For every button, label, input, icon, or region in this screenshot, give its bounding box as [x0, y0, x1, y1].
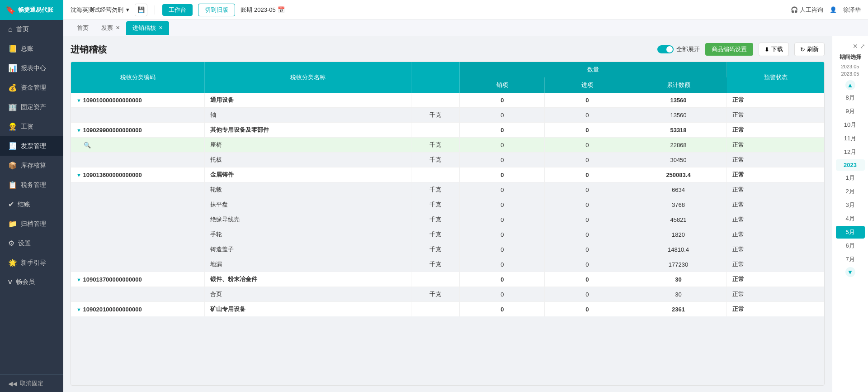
table-row[interactable]: ▼ 109029900000000000 其他专用设备及零部件 0 0 5331… [71, 123, 824, 138]
month-10[interactable]: 10月 [836, 119, 865, 131]
table-row[interactable]: 抹平盘 千克 0 0 3768 正常 [71, 197, 824, 212]
cell-unit: 千克 [411, 227, 459, 242]
product-code-button[interactable]: 商品编码设置 [705, 43, 753, 56]
sidebar-unpin-label: 取消固定 [20, 379, 43, 387]
month-1[interactable]: 1月 [836, 172, 865, 184]
table-row[interactable]: ▼ 109010000000000000 通用设备 0 0 13560 正常 [71, 93, 824, 108]
sidebar-item-inventory[interactable]: 📦 库存核算 [0, 156, 63, 175]
period-up-button[interactable]: ▲ [845, 80, 855, 90]
table-row[interactable]: 🔍 座椅 千克 0 0 22868 正常 [71, 138, 824, 153]
sidebar-item-member[interactable]: V 畅会员 [0, 272, 63, 292]
tab-reconcile-close[interactable]: ✕ [159, 25, 163, 31]
month-3[interactable]: 3月 [836, 199, 865, 211]
sidebar-item-invoice-mgmt[interactable]: 🧾 发票管理 [0, 136, 63, 156]
cell-warning: 正常 [727, 257, 824, 272]
pin-icon: ◀◀ [8, 380, 17, 387]
expand-toggle[interactable]: 全部展开 [657, 45, 700, 53]
download-icon: ⬇ [764, 46, 769, 53]
switch-button[interactable]: 切到旧版 [198, 4, 235, 16]
sidebar-item-assets[interactable]: 🏢 固定资产 [0, 97, 63, 117]
toggle-label: 全部展开 [676, 45, 700, 53]
cell-unit: 千克 [411, 108, 459, 123]
sidebar-item-reports[interactable]: 📊 报表中心 [0, 58, 63, 78]
tab-invoice[interactable]: 发票 ✕ [95, 21, 126, 35]
right-panel: ✕ ⤢ 期间选择 2023.05 2023.05 ▲ 8月 9月 10月 11月… [832, 36, 868, 392]
panel-close-button[interactable]: ✕ [853, 43, 858, 50]
cell-sales: 0 [460, 302, 545, 317]
cell-warning: 正常 [727, 138, 824, 153]
guide-icon: 🌟 [8, 258, 17, 267]
table-row[interactable]: 托板 千克 0 0 30450 正常 [71, 153, 824, 167]
table-row[interactable]: ▼ 109013700000000000 锻件、粉末冶金件 0 0 30 正常 [71, 272, 824, 287]
table-row[interactable]: 绝缘导线壳 千克 0 0 45821 正常 [71, 212, 824, 227]
cell-code [71, 153, 205, 167]
toggle-switch[interactable] [657, 45, 674, 53]
month-11[interactable]: 11月 [836, 132, 865, 145]
sidebar-item-settle[interactable]: ✔ 结账 [0, 195, 63, 214]
table-row[interactable]: 铸造盖子 千克 0 0 14810.4 正常 [71, 242, 824, 257]
cell-name: 抹平盘 [205, 197, 411, 212]
sidebar-item-ledger[interactable]: 📒 总账 [0, 39, 63, 58]
logo-text: 畅捷通易代账 [18, 6, 53, 14]
refresh-button[interactable]: ↻ 刷新 [794, 43, 825, 56]
inventory-icon: 📦 [8, 161, 17, 170]
table-row[interactable]: 轮毂 千克 0 0 6634 正常 [71, 182, 824, 197]
table-row[interactable]: ▼ 109013600000000000 金属铸件 0 0 250083.4 正… [71, 167, 824, 182]
sidebar-item-funds[interactable]: 💰 资金管理 [0, 78, 63, 97]
table-row[interactable]: ▼ 109020100000000000 矿山专用设备 0 0 2361 正常 [71, 302, 824, 317]
cell-total: 1820 [630, 227, 727, 242]
support-button[interactable]: 🎧 人工咨询 [791, 6, 823, 14]
sidebar-item-tax[interactable]: 📋 税务管理 [0, 175, 63, 195]
month-9[interactable]: 9月 [836, 105, 865, 118]
sidebar-label-tax: 税务管理 [21, 181, 46, 189]
cell-code: ▼ 109013600000000000 [71, 167, 205, 182]
table-row[interactable]: 合页 千克 0 0 30 正常 [71, 287, 824, 302]
month-12[interactable]: 12月 [836, 146, 865, 158]
cell-name: 座椅 [205, 138, 411, 153]
month-5[interactable]: 5月 [836, 226, 865, 239]
save-draft-button[interactable]: 💾 [135, 4, 147, 16]
cell-code [71, 108, 205, 123]
cell-sales: 0 [460, 167, 545, 182]
workbench-button[interactable]: 工作台 [162, 4, 193, 16]
sidebar-label-guide: 新手引导 [21, 259, 46, 267]
tab-reconcile[interactable]: 进销稽核 ✕ [126, 21, 169, 35]
cell-warning: 正常 [727, 182, 824, 197]
table-row[interactable]: 地漏 千克 0 0 177230 正常 [71, 257, 824, 272]
search-icon-cell[interactable]: 🔍 [84, 142, 91, 148]
cell-name: 手轮 [205, 227, 411, 242]
year-2023: 2023 [836, 159, 865, 171]
cell-code: ▼ 109020100000000000 [71, 302, 205, 317]
sidebar-unpin[interactable]: ◀◀ 取消固定 [0, 374, 63, 392]
company-name: 沈海英测试经营勿删 [71, 6, 123, 14]
sidebar: 🔖 畅捷通易代账 ⌂ 首页 📒 总账 📊 报表中心 💰 资金管理 🏢 固定资产 … [0, 0, 63, 392]
download-button[interactable]: ⬇ 下载 [759, 43, 789, 56]
sidebar-item-archive[interactable]: 📁 归档管理 [0, 214, 63, 234]
table-row[interactable]: 轴 千克 0 0 13560 正常 [71, 108, 824, 123]
sidebar-item-settings[interactable]: ⚙ 设置 [0, 234, 63, 253]
month-6[interactable]: 6月 [836, 239, 865, 252]
cell-name: 轮毂 [205, 182, 411, 197]
month-7[interactable]: 7月 [836, 253, 865, 266]
cell-purchase: 0 [545, 272, 630, 287]
cell-purchase: 0 [545, 138, 630, 153]
month-2[interactable]: 2月 [836, 185, 865, 198]
tab-invoice-close[interactable]: ✕ [116, 25, 120, 31]
cell-name: 锻件、粉末冶金件 [205, 272, 411, 287]
cell-unit [411, 167, 459, 182]
sidebar-item-guide[interactable]: 🌟 新手引导 [0, 253, 63, 272]
month-8[interactable]: 8月 [836, 91, 865, 104]
cell-warning: 正常 [727, 123, 824, 138]
sidebar-item-home[interactable]: ⌂ 首页 [0, 20, 63, 39]
sidebar-item-payroll[interactable]: 👷 工资 [0, 117, 63, 136]
company-selector[interactable]: 沈海英测试经营勿删 ▾ [71, 6, 129, 14]
tab-home[interactable]: 首页 [71, 21, 95, 35]
th-sales: 销项 [460, 77, 545, 93]
sidebar-label-funds: 资金管理 [21, 84, 46, 92]
cell-total: 6634 [630, 182, 727, 197]
table-row[interactable]: 手轮 千克 0 0 1820 正常 [71, 227, 824, 242]
month-4[interactable]: 4月 [836, 212, 865, 225]
period-down-button[interactable]: ▼ [845, 267, 855, 277]
assets-icon: 🏢 [8, 103, 17, 111]
panel-expand-button[interactable]: ⤢ [860, 43, 865, 50]
